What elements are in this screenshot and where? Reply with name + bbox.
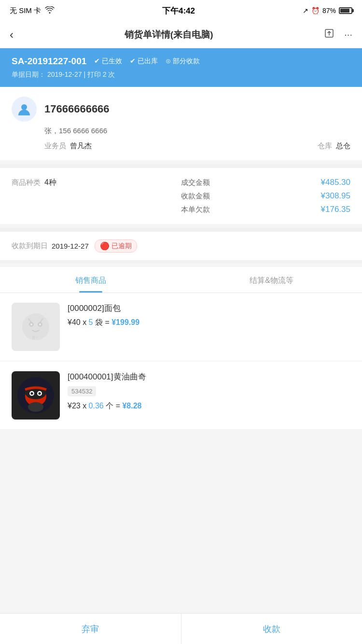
warehouse-value: 总仓	[336, 141, 350, 151]
product-price-1: ¥40 x 5 袋 = ¥199.99	[68, 318, 350, 328]
status-time: 下午4:42	[162, 5, 195, 16]
due-section: 收款到期日 2019-12-27 🔴 已逾期	[0, 232, 362, 263]
date-value: 2019-12-27	[47, 70, 82, 78]
amount-label: 成交金额	[181, 178, 210, 187]
overdue-badge: 🔴 已逾期	[95, 239, 137, 252]
product-name-1: [0000002]面包	[68, 303, 350, 314]
header-date-row: 单据日期： 2019-12-27 | 打印 2 次	[12, 70, 350, 79]
svg-point-1	[21, 104, 27, 110]
carrier-label: 无 SIM 卡	[10, 6, 41, 15]
due-date-value: 2019-12-27	[52, 242, 89, 250]
amount-value: ¥485.30	[321, 178, 350, 187]
type-label: 商品种类	[12, 178, 41, 187]
avatar	[12, 97, 37, 122]
svg-point-13	[31, 392, 33, 395]
cancel-button[interactable]: 弃审	[0, 614, 181, 644]
product-info-1: [0000002]面包 ¥40 x 5 袋 = ¥199.99	[68, 303, 350, 328]
location-icon: ↗	[303, 7, 308, 14]
product-price-2: ¥23 x 0.36 个 = ¥8.28	[68, 401, 350, 411]
print-info: | 打印 2 次	[84, 70, 115, 78]
page-title: 销货单详情(来自电脑)	[125, 28, 213, 41]
overdue-label: 已逾期	[111, 242, 132, 251]
warehouse-label: 仓库	[318, 141, 332, 151]
type-row: 商品种类 4种	[12, 178, 181, 188]
product-item-2: [000400001]黄油曲奇 534532 ¥23 x 0.36 个 = ¥8…	[0, 362, 362, 429]
back-button[interactable]: ‹	[10, 28, 14, 42]
debt-label: 本单欠款	[181, 205, 210, 214]
product-image-1: 兽+	[12, 303, 60, 351]
stats-left: 商品种类 4种	[12, 178, 181, 188]
tab-sales-products[interactable]: 销售商品	[0, 267, 181, 293]
alarm-icon: ⏰	[311, 7, 320, 14]
type-value: 4种	[44, 178, 56, 188]
svg-point-14	[39, 392, 41, 395]
header-banner: SA-20191227-001 ✔ 已生效 ✔ 已出库 ⊙ 部分收款 单据日期：…	[0, 48, 362, 87]
svg-text:兽+: 兽+	[32, 336, 38, 340]
svg-point-15	[28, 402, 43, 412]
header-row1: SA-20191227-001 ✔ 已生效 ✔ 已出库 ⊙ 部分收款	[12, 56, 350, 67]
product-total-1: ¥199.99	[111, 318, 139, 326]
customer-sub: 张，156 6666 6666	[12, 126, 350, 136]
wifi-icon	[45, 6, 55, 15]
svg-point-5	[30, 323, 32, 325]
tabs-section: 销售商品 结算&物流等	[0, 267, 362, 293]
customer-meta: 业务员 曾凡杰 仓库 总仓	[12, 141, 350, 151]
product-info-2: [000400001]黄油曲奇 534532 ¥23 x 0.36 个 = ¥8…	[68, 371, 350, 411]
nav-actions: ···	[324, 28, 352, 41]
badge-shipped: ✔ 已出库	[130, 57, 158, 66]
battery-percent: 87%	[322, 7, 336, 14]
debt-row: 本单欠款 ¥176.35	[181, 205, 350, 214]
separator2	[0, 228, 362, 232]
receipt-label: 收款金额	[181, 192, 210, 201]
stats-section: 商品种类 4种 成交金额 ¥485.30 收款金额 ¥308.95 本单欠款 ¥…	[0, 168, 362, 224]
debt-value: ¥176.35	[321, 205, 350, 214]
receipt-row: 收款金额 ¥308.95	[181, 191, 350, 201]
battery-icon	[339, 7, 352, 14]
product-qty-1: 5	[89, 318, 93, 326]
customer-section: 17666666666 张，156 6666 6666 业务员 曾凡杰 仓库 总…	[0, 87, 362, 160]
receipt-value: ¥308.95	[321, 191, 350, 201]
overdue-icon: 🔴	[100, 241, 110, 251]
date-label: 单据日期：	[12, 70, 45, 78]
separator1	[0, 164, 362, 168]
share-icon[interactable]	[324, 28, 334, 41]
tab-settlement[interactable]: 结算&物流等	[181, 267, 362, 293]
badge-effective: ✔ 已生效	[94, 57, 122, 66]
due-label: 收款到期日	[12, 241, 48, 251]
amount-row: 成交金额 ¥485.30	[181, 178, 350, 187]
nav-bar: ‹ 销货单详情(来自电脑) ···	[0, 21, 362, 48]
product-name-2: [000400001]黄油曲奇	[68, 371, 350, 382]
order-id: SA-20191227-001	[12, 56, 86, 67]
status-bar: 无 SIM 卡 下午4:42 ↗ ⏰ 87%	[0, 0, 362, 21]
bottom-bar: 弃审 收款	[0, 613, 362, 644]
sales-label: 业务员	[44, 141, 66, 151]
product-total-2: ¥8.28	[122, 402, 141, 410]
bottom-spacer	[0, 430, 362, 469]
status-right: ↗ ⏰ 87%	[303, 7, 352, 14]
product-qty-2: 0.36	[89, 402, 104, 410]
customer-row: 17666666666	[12, 97, 350, 122]
svg-point-6	[39, 323, 41, 325]
sales-value: 曾凡杰	[70, 141, 92, 151]
product-list: 兽+ [0000002]面包 ¥40 x 5 袋 = ¥199.99	[0, 293, 362, 429]
collect-button[interactable]: 收款	[181, 614, 362, 644]
badge-partial: ⊙ 部分收款	[166, 57, 200, 66]
stats-right: 成交金额 ¥485.30 收款金额 ¥308.95 本单欠款 ¥176.35	[181, 178, 350, 214]
more-icon[interactable]: ···	[344, 29, 352, 40]
product-image-2	[12, 371, 60, 420]
customer-id: 17666666666	[44, 103, 110, 115]
product-item: 兽+ [0000002]面包 ¥40 x 5 袋 = ¥199.99	[0, 293, 362, 361]
status-left: 无 SIM 卡	[10, 6, 55, 15]
product-tag-2: 534532	[68, 386, 96, 396]
